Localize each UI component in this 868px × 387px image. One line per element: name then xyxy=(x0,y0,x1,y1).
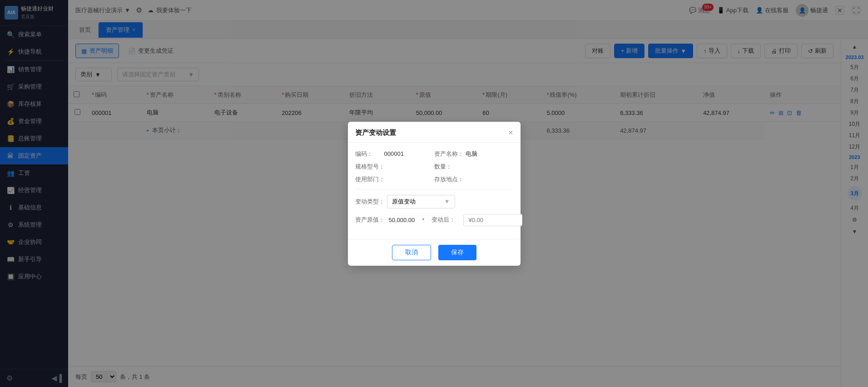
modal-change-type-row: 变动类型： 原值变动 ▼ xyxy=(355,195,513,208)
modal-asset-name-label: 资产名称： xyxy=(434,150,464,158)
modal-name-col: 资产名称： 电脑 xyxy=(434,150,513,158)
modal-code-value: 000001 xyxy=(384,150,404,157)
modal-asset-value-label: 资产原值： xyxy=(355,216,387,224)
modal-title: 资产变动设置 xyxy=(355,129,396,137)
cancel-btn[interactable]: 取消 xyxy=(392,245,431,260)
modal-location-col: 存放地点： xyxy=(434,175,513,184)
modal-code-label: 编码： xyxy=(355,150,382,158)
modal-after-input[interactable] xyxy=(463,214,522,226)
change-type-dropdown-icon: ▼ xyxy=(444,198,450,205)
modal-location-label: 存放地点： xyxy=(434,175,464,184)
asset-change-modal: 资产变动设置 × 编码： 000001 资产名称： 电脑 规格型号： xyxy=(348,122,521,266)
modal-spec-col: 规格型号： xyxy=(355,163,434,171)
modal-overlay: 资产变动设置 × 编码： 000001 资产名称： 电脑 规格型号： xyxy=(0,0,868,387)
modal-row-3: 使用部门： 存放地点： xyxy=(355,175,513,184)
modal-row-2: 规格型号： 数量： xyxy=(355,163,513,171)
modal-required-star: * xyxy=(422,217,424,223)
modal-asset-value-value: 50,000.00 xyxy=(389,217,415,223)
modal-dept-col: 使用部门： xyxy=(355,175,434,184)
modal-quantity-col: 数量： xyxy=(434,163,513,171)
modal-dept-label: 使用部门： xyxy=(355,175,385,184)
modal-code-col: 编码： 000001 xyxy=(355,150,434,158)
modal-footer: 取消 保存 xyxy=(348,239,521,266)
modal-change-type-label: 变动类型： xyxy=(355,198,387,206)
modal-value-row: 资产原值： 50,000.00 * 变动后： xyxy=(355,214,513,226)
save-btn[interactable]: 保存 xyxy=(438,245,476,260)
modal-close-btn[interactable]: × xyxy=(508,128,513,138)
modal-quantity-label: 数量： xyxy=(434,163,461,171)
modal-spec-label: 规格型号： xyxy=(355,163,385,171)
modal-after-label: 变动后： xyxy=(432,216,463,224)
modal-body: 编码： 000001 资产名称： 电脑 规格型号： 数量： xyxy=(348,143,521,239)
modal-asset-name-value: 电脑 xyxy=(466,150,477,158)
modal-change-type-select[interactable]: 原值变动 ▼ xyxy=(387,195,455,208)
modal-header: 资产变动设置 × xyxy=(348,122,521,143)
modal-row-1: 编码： 000001 资产名称： 电脑 xyxy=(355,150,513,158)
